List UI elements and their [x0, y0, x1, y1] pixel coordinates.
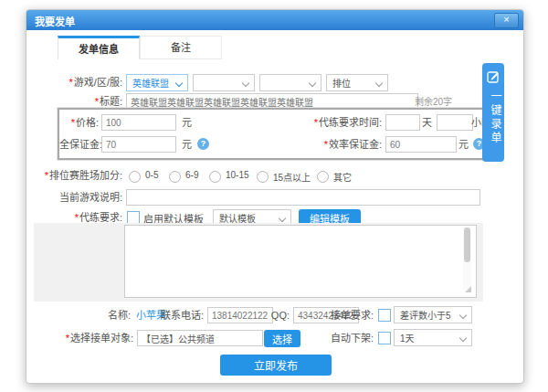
rank-bonus-label: *排位赛胜场加分:	[26, 167, 122, 184]
radio-10-15[interactable]	[209, 171, 221, 183]
auto-offshelf-checkbox[interactable]	[378, 332, 391, 344]
help-icon[interactable]: ?	[197, 138, 209, 150]
safety-deposit-label: 安全保证金:	[58, 136, 102, 153]
time-hours-input[interactable]	[437, 114, 473, 131]
server-select[interactable]	[259, 74, 321, 91]
chevron-down-icon	[459, 334, 467, 342]
post-order-dialog: 我要发单 × 发单信息 备注 一键录单 *游戏/区/服: 英雄联盟 排位 *标题…	[26, 9, 524, 384]
day-unit: 天	[422, 114, 432, 131]
required-mark: *	[75, 212, 79, 223]
required-mark: *	[324, 139, 328, 150]
dialog-titlebar: 我要发单 ×	[26, 10, 523, 30]
radio-6-9[interactable]	[169, 171, 181, 183]
name-label: 名称:	[63, 307, 131, 323]
game-description-label: 当前游戏说明:	[26, 189, 122, 206]
time-days-input[interactable]	[385, 114, 420, 131]
tab-remarks[interactable]: 备注	[140, 36, 222, 59]
price-deposit-box: *价格: 元 *代练要求时间: 天 小时 安全保证金: 元 ? *效率保证金: …	[58, 108, 486, 160]
required-mark: *	[71, 117, 75, 128]
radio-label-0-5[interactable]: 0-5	[145, 170, 158, 180]
target-label: *选择接单对象:	[26, 330, 133, 346]
time-required-label: *代练要求时间:	[279, 114, 382, 131]
auto-offshelf-label: 自动下架:	[300, 330, 374, 346]
edit-icon	[487, 70, 500, 87]
tab-order-info[interactable]: 发单信息	[58, 36, 140, 59]
efficiency-deposit-input[interactable]	[385, 136, 457, 153]
radio-label-6-9[interactable]: 6-9	[185, 170, 198, 180]
game-select[interactable]: 英雄联盟	[126, 74, 188, 91]
close-icon[interactable]: ×	[494, 13, 519, 28]
price-input[interactable]	[101, 114, 176, 131]
accept-requirement-label: 接单要求:	[300, 307, 374, 323]
radio-label-other[interactable]: 其它	[333, 170, 352, 184]
required-mark: *	[314, 117, 318, 128]
radio-other[interactable]	[317, 171, 329, 183]
required-mark: *	[66, 333, 69, 344]
choose-button[interactable]: 选择	[264, 330, 300, 347]
one-key-record-label: 一键录单	[488, 90, 510, 145]
use-default-template-checkbox[interactable]	[127, 211, 140, 224]
target-input[interactable]	[137, 330, 263, 346]
required-mark: *	[69, 77, 73, 88]
safety-unit: 元	[182, 136, 192, 153]
auto-offshelf-select[interactable]: 1天	[394, 329, 472, 346]
chevron-down-icon	[175, 79, 183, 87]
price-unit: 元	[182, 114, 192, 131]
resize-handle-icon[interactable]	[465, 286, 471, 292]
efficiency-deposit-label: *效率保证金:	[279, 136, 382, 153]
qq-label: QQ:	[268, 307, 290, 323]
radio-label-15-plus[interactable]: 15点以上	[273, 170, 311, 184]
required-mark: *	[95, 96, 99, 107]
bad-review-select[interactable]: 差评数小于5	[394, 306, 472, 323]
safety-deposit-input[interactable]	[101, 136, 176, 153]
efficiency-unit: 元	[458, 136, 469, 153]
chevron-down-icon	[309, 79, 316, 87]
dialog-title: 我要发单	[35, 14, 75, 28]
chevron-down-icon	[279, 215, 286, 222]
mode-select[interactable]: 排位	[326, 74, 388, 91]
game-region-label: *游戏/区/服:	[26, 74, 122, 90]
price-label: *价格:	[59, 114, 99, 131]
publish-button[interactable]: 立即发布	[220, 355, 332, 376]
radio-15-plus[interactable]	[257, 171, 269, 183]
required-mark: *	[45, 170, 48, 181]
accept-requirement-checkbox[interactable]	[378, 309, 391, 322]
radio-0-5[interactable]	[129, 171, 141, 183]
chevron-down-icon	[242, 79, 249, 87]
game-description-input[interactable]	[126, 189, 480, 206]
scrollbar-thumb[interactable]	[464, 228, 470, 262]
region-select[interactable]	[193, 74, 255, 91]
training-requirement-textarea[interactable]	[124, 225, 477, 298]
chevron-down-icon	[459, 312, 467, 319]
phone-label: 联系电话:	[145, 307, 204, 323]
one-key-record-button[interactable]: 一键录单	[482, 63, 504, 162]
phone-input[interactable]	[207, 307, 273, 323]
chevron-down-icon	[375, 79, 383, 87]
radio-label-10-15[interactable]: 10-15	[226, 170, 249, 180]
